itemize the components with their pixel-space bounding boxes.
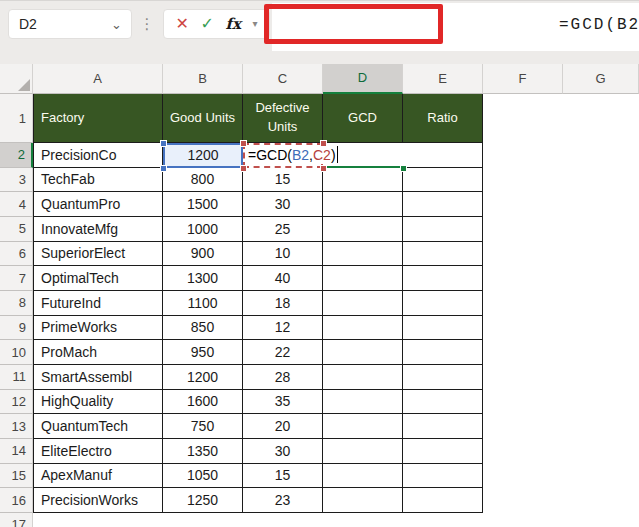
cell-C7[interactable]: 40 — [243, 266, 323, 291]
cell-B5[interactable]: 1000 — [163, 217, 243, 242]
column-header-E[interactable]: E — [403, 63, 483, 94]
cell-C9[interactable]: 12 — [243, 316, 323, 341]
cell-E7[interactable] — [403, 266, 483, 291]
row-header-16[interactable]: 16 — [0, 488, 33, 513]
cell-D14[interactable] — [323, 439, 403, 464]
ref-handle-red[interactable] — [320, 140, 327, 147]
cell-C8[interactable]: 18 — [243, 291, 323, 316]
cell-A3[interactable]: TechFab — [33, 168, 163, 193]
cell-D10[interactable] — [323, 340, 403, 365]
cell-B14[interactable]: 1350 — [163, 439, 243, 464]
cell-D9[interactable] — [323, 316, 403, 341]
cell-C13[interactable]: 20 — [243, 414, 323, 439]
cell-B12[interactable]: 1600 — [163, 390, 243, 415]
cell-A11[interactable]: SmartAssembl — [33, 365, 163, 390]
cell-B11[interactable]: 1200 — [163, 365, 243, 390]
row-header-14[interactable]: 14 — [0, 439, 33, 464]
cell-B10[interactable]: 950 — [163, 340, 243, 365]
table-header-cell[interactable]: Factory — [33, 94, 163, 143]
row-header-1[interactable]: 1 — [0, 94, 33, 143]
cell-C10[interactable]: 22 — [243, 340, 323, 365]
cell-A4[interactable]: QuantumPro — [33, 192, 163, 217]
insert-function-icon[interactable]: fx — [225, 17, 240, 32]
table-header-cell[interactable]: GCD — [323, 94, 403, 143]
cell-B9[interactable]: 850 — [163, 316, 243, 341]
formula-input[interactable]: =GCD(B2,C2) — [272, 3, 639, 51]
column-header-D[interactable]: D — [323, 63, 403, 94]
column-header-C[interactable]: C — [243, 63, 323, 94]
cell-E10[interactable] — [403, 340, 483, 365]
cell-D16[interactable] — [323, 488, 403, 513]
cell-C3[interactable]: 15 — [243, 168, 323, 193]
ref-handle-red[interactable] — [240, 140, 247, 147]
row-header-6[interactable]: 6 — [0, 242, 33, 267]
row-header-2[interactable]: 2 — [0, 143, 33, 168]
cell-E9[interactable] — [403, 316, 483, 341]
cell-D3[interactable] — [323, 168, 403, 193]
cell-E6[interactable] — [403, 242, 483, 267]
cell-C12[interactable]: 35 — [243, 390, 323, 415]
cell-A10[interactable]: ProMach — [33, 340, 163, 365]
row-header-11[interactable]: 11 — [0, 365, 33, 390]
cell-C15[interactable]: 15 — [243, 464, 323, 489]
cell-C16[interactable]: 23 — [243, 488, 323, 513]
row-header-13[interactable]: 13 — [0, 414, 33, 439]
row-header-7[interactable]: 7 — [0, 266, 33, 291]
cell-A6[interactable]: SuperiorElect — [33, 242, 163, 267]
cell-B4[interactable]: 1500 — [163, 192, 243, 217]
cell-A16[interactable]: PrecisionWorks — [33, 488, 163, 513]
cell-E12[interactable] — [403, 390, 483, 415]
chevron-down-icon[interactable]: ⌄ — [111, 18, 131, 31]
cell-A7[interactable]: OptimalTech — [33, 266, 163, 291]
cell-A2[interactable]: PrecisionCo — [33, 143, 163, 168]
cell-C6[interactable]: 10 — [243, 242, 323, 267]
cell-C14[interactable]: 30 — [243, 439, 323, 464]
cell-E4[interactable] — [403, 192, 483, 217]
in-cell-formula-editor[interactable]: =GCD(B2,C2) — [246, 146, 338, 164]
cell-D13[interactable] — [323, 414, 403, 439]
cell-A8[interactable]: FutureInd — [33, 291, 163, 316]
select-all-corner[interactable] — [0, 63, 33, 94]
table-header-cell[interactable]: Defective Units — [243, 94, 323, 143]
row-header-12[interactable]: 12 — [0, 390, 33, 415]
row-header-5[interactable]: 5 — [0, 217, 33, 242]
cell-C5[interactable]: 25 — [243, 217, 323, 242]
cell-D6[interactable] — [323, 242, 403, 267]
cell-E11[interactable] — [403, 365, 483, 390]
column-header-G[interactable]: G — [563, 63, 639, 94]
chevron-down-icon[interactable]: ▾ — [252, 19, 257, 29]
fill-handle[interactable] — [400, 165, 407, 172]
cell-B3[interactable]: 800 — [163, 168, 243, 193]
row-header-15[interactable]: 15 — [0, 464, 33, 489]
cell-D8[interactable] — [323, 291, 403, 316]
cell-E15[interactable] — [403, 464, 483, 489]
cell-D4[interactable] — [323, 192, 403, 217]
ref-handle-blue[interactable] — [160, 140, 167, 147]
column-header-B[interactable]: B — [163, 63, 243, 94]
ref-handle-red[interactable] — [240, 165, 247, 172]
ref-handle-red[interactable] — [320, 165, 327, 172]
cell-D11[interactable] — [323, 365, 403, 390]
cell-E3[interactable] — [403, 168, 483, 193]
name-box[interactable]: D2 ⌄ — [8, 9, 132, 39]
column-header-F[interactable]: F — [483, 63, 563, 94]
row-header-17[interactable]: 17 — [0, 513, 33, 527]
cell-B13[interactable]: 750 — [163, 414, 243, 439]
table-header-cell[interactable]: Good Units — [163, 94, 243, 143]
ref-handle-blue[interactable] — [160, 165, 167, 172]
cell-E16[interactable] — [403, 488, 483, 513]
cell-A5[interactable]: InnovateMfg — [33, 217, 163, 242]
cancel-icon[interactable]: ✕ — [176, 16, 189, 32]
cell-A9[interactable]: PrimeWorks — [33, 316, 163, 341]
cell-D15[interactable] — [323, 464, 403, 489]
row-header-9[interactable]: 9 — [0, 316, 33, 341]
cell-A14[interactable]: EliteElectro — [33, 439, 163, 464]
cell-E8[interactable] — [403, 291, 483, 316]
cell-D12[interactable] — [323, 390, 403, 415]
enter-icon[interactable]: ✓ — [201, 16, 214, 32]
row-header-3[interactable]: 3 — [0, 168, 33, 193]
cell-E14[interactable] — [403, 439, 483, 464]
cell-B16[interactable]: 1250 — [163, 488, 243, 513]
cell-D5[interactable] — [323, 217, 403, 242]
table-header-cell[interactable]: Ratio — [403, 94, 483, 143]
